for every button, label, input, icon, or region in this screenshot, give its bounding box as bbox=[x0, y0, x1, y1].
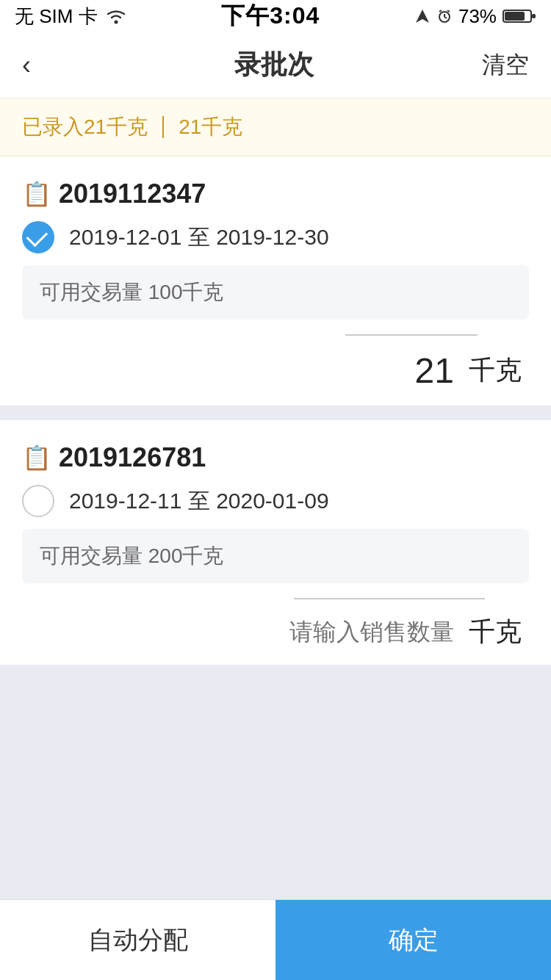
confirm-button[interactable]: 确定 bbox=[276, 900, 551, 980]
status-left: 无 SIM 卡 bbox=[15, 4, 127, 29]
info-banner: 已录入21千克 21千克 bbox=[0, 98, 551, 156]
batch-icon-2: 📋 bbox=[22, 444, 51, 472]
bottom-bar: 自动分配 确定 bbox=[0, 899, 551, 980]
svg-rect-9 bbox=[532, 14, 536, 18]
batch1-radio[interactable] bbox=[22, 221, 54, 253]
location-icon bbox=[414, 8, 431, 24]
batch2-available: 可用交易量 200千克 bbox=[22, 529, 529, 583]
back-button[interactable]: ‹ bbox=[22, 50, 66, 81]
carrier-label: 无 SIM 卡 bbox=[15, 4, 98, 29]
batch2-date: 2019-12-11 至 2020-01-09 bbox=[69, 486, 329, 516]
batch1-unit: 千克 bbox=[469, 353, 522, 389]
batch2-radio[interactable] bbox=[22, 485, 54, 517]
battery-label: 73% bbox=[458, 5, 497, 28]
amount1-row: 21 千克 bbox=[0, 336, 551, 406]
batch2-card: 📋 2019126781 2019-12-11 至 2020-01-09 可用交… bbox=[0, 420, 551, 665]
batch1-id: 2019112347 bbox=[59, 179, 206, 209]
section-divider-1 bbox=[0, 406, 551, 420]
auto-distribute-button[interactable]: 自动分配 bbox=[0, 900, 276, 980]
input2-row: 千克 bbox=[0, 599, 551, 665]
svg-point-0 bbox=[114, 21, 118, 24]
status-time: 下午3:04 bbox=[221, 0, 320, 32]
batch1-amount: 21 bbox=[415, 350, 454, 391]
batch2-unit: 千克 bbox=[469, 614, 522, 650]
svg-line-6 bbox=[447, 10, 450, 12]
batch2-quantity-input[interactable] bbox=[263, 619, 454, 646]
batch1-date: 2019-12-01 至 2019-12-30 bbox=[69, 223, 329, 253]
nav-bar: ‹ 录批次 清空 bbox=[0, 32, 551, 98]
batch2-id: 2019126781 bbox=[59, 442, 206, 473]
recorded-label: 已录入21千克 bbox=[22, 113, 148, 141]
alarm-icon bbox=[436, 8, 453, 24]
status-bar: 无 SIM 卡 下午3:04 73% bbox=[0, 0, 551, 32]
svg-marker-1 bbox=[416, 10, 429, 23]
batch1-header: 📋 2019112347 bbox=[0, 156, 551, 209]
svg-line-4 bbox=[444, 17, 447, 18]
svg-rect-8 bbox=[505, 12, 525, 21]
battery-icon bbox=[503, 8, 536, 24]
batch1-card: 📋 2019112347 2019-12-01 至 2019-12-30 可用交… bbox=[0, 156, 551, 406]
amount-label: 21千克 bbox=[179, 113, 242, 141]
clear-button[interactable]: 清空 bbox=[482, 49, 529, 82]
batch2-header: 📋 2019126781 bbox=[0, 420, 551, 473]
info-divider bbox=[162, 116, 164, 138]
batch-icon-1: 📋 bbox=[22, 180, 51, 208]
page-title: 录批次 bbox=[234, 47, 314, 83]
batch1-row[interactable]: 2019-12-01 至 2019-12-30 bbox=[0, 209, 551, 265]
main-content: 已录入21千克 21千克 📋 2019112347 2019-12-01 至 2… bbox=[0, 98, 551, 980]
status-right: 73% bbox=[414, 5, 536, 28]
wifi-icon bbox=[105, 8, 127, 24]
svg-line-5 bbox=[439, 10, 442, 12]
batch2-row[interactable]: 2019-12-11 至 2020-01-09 bbox=[0, 473, 551, 529]
batch1-available: 可用交易量 100千克 bbox=[22, 265, 529, 320]
